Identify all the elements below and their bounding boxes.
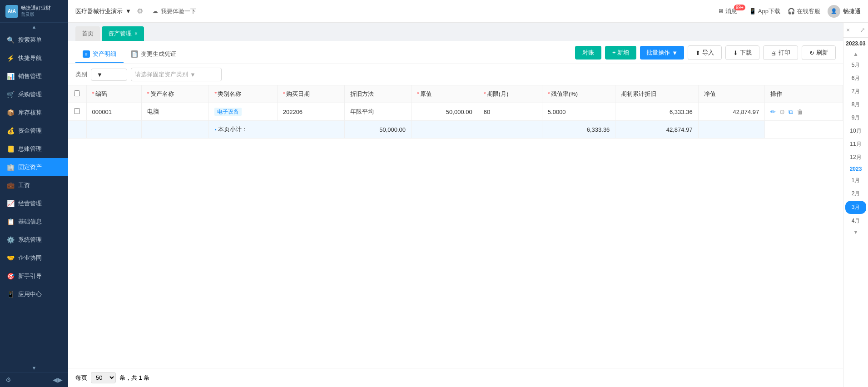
purchase-icon: 🛒 <box>6 90 15 99</box>
print-icon: 🖨 <box>771 50 777 56</box>
sidebar-label-guide: 新手引导 <box>18 272 42 280</box>
cell-accumulated-depreciation: 6,333.36 <box>615 103 698 121</box>
filter-category-input[interactable]: 请选择固定资产类别 ▼ <box>131 68 222 81</box>
app-logo: AtA 畅捷通好业财 普及版 <box>0 0 68 23</box>
print-button[interactable]: 🖨 打印 <box>763 45 798 60</box>
sidebar-item-enterprise[interactable]: 🤝 企业协同 <box>0 249 68 267</box>
download-button[interactable]: ⬇ 下载 <box>725 45 759 60</box>
month-9[interactable]: 9月 <box>843 111 868 124</box>
company-name: 医疗器械行业演示 <box>75 7 123 15</box>
settings-gear-icon[interactable]: ⚙ <box>137 7 143 15</box>
sidebar-item-operations[interactable]: 📈 经营管理 <box>0 194 68 213</box>
sidebar-item-appcenter[interactable]: 📱 应用中心 <box>0 285 68 303</box>
user-menu[interactable]: 👤 畅捷通 <box>828 5 861 18</box>
sidebar-label-fixedassets: 固定资产 <box>18 163 42 171</box>
collapse-icon[interactable]: ◀▶ <box>53 376 63 383</box>
month-12[interactable]: 12月 <box>843 151 868 164</box>
subtotal-empty5 <box>478 121 542 139</box>
month-1[interactable]: 1月 <box>843 174 868 187</box>
period-down-icon[interactable]: ▼ <box>843 228 868 237</box>
header-period: *期限(月) <box>478 85 542 103</box>
ledger-icon: 📒 <box>6 145 15 153</box>
search-icon: 🔍 <box>6 36 15 44</box>
select-all-checkbox[interactable] <box>74 90 80 96</box>
subtotal-row: ▪ 本页小计： 50,000.00 6,333.36 42,874.97 <box>68 121 843 139</box>
sidebar-label-purchase: 采购管理 <box>18 90 42 99</box>
header-residual-rate: *残值率(%) <box>542 85 615 103</box>
sub-tab-asset-detail[interactable]: ≡ 资产明细 <box>75 46 124 63</box>
import-button[interactable]: ⬆ 导入 <box>688 45 722 60</box>
tab-home[interactable]: 首页 <box>75 26 100 41</box>
per-page-select[interactable]: 50 100 200 <box>91 372 116 383</box>
basicinfo-icon: 📋 <box>6 218 15 226</box>
sidebar-scroll-down[interactable]: ▼ <box>0 364 68 372</box>
filter-category-select[interactable]: ▼ <box>91 69 127 81</box>
app-download-button[interactable]: 📱 App下载 <box>749 7 780 15</box>
right-panel-close-icon[interactable]: × <box>846 26 850 34</box>
sidebar-label-salary: 工资 <box>18 181 30 189</box>
sidebar-item-search[interactable]: 🔍 搜索菜单 <box>0 31 68 49</box>
refresh-button[interactable]: ↻ 刷新 <box>802 45 836 60</box>
subtotal-accumulated: 6,333.36 <box>542 121 615 139</box>
new-button[interactable]: + 新增 <box>605 46 636 60</box>
edit-icon[interactable]: ✏ <box>770 108 776 115</box>
salary-icon: 💼 <box>6 181 15 189</box>
cell-name: 电脑 <box>141 103 209 121</box>
online-service-button[interactable]: 🎧 在线客服 <box>788 7 820 15</box>
period-up-icon[interactable]: ▲ <box>843 50 868 59</box>
sidebar-item-basicinfo[interactable]: 📋 基础信息 <box>0 213 68 231</box>
messages-button[interactable]: 🖥 消息 99+ <box>718 7 742 15</box>
sidebar-item-quicknav[interactable]: ⚡ 快捷导航 <box>0 49 68 67</box>
tabs-bar: 首页 资产管理 × <box>68 23 843 41</box>
duplicate-icon[interactable]: ⧉ <box>789 108 793 116</box>
month-6[interactable]: 6月 <box>843 72 868 85</box>
month-7[interactable]: 7月 <box>843 85 868 98</box>
row-checkbox[interactable] <box>74 108 80 114</box>
filter-input-placeholder: 请选择固定资产类别 <box>135 70 188 79</box>
sidebar-item-inventory[interactable]: 📦 库存核算 <box>0 104 68 122</box>
delete-icon[interactable]: 🗑 <box>797 108 803 115</box>
month-2[interactable]: 2月 <box>843 187 868 200</box>
inventory-icon: 📦 <box>6 109 15 117</box>
copy-icon[interactable]: ⊙ <box>779 108 785 115</box>
sidebar-label-operations: 经营管理 <box>18 199 42 208</box>
topbar-right: 🖥 消息 99+ 📱 App下载 🎧 在线客服 👤 畅捷通 <box>718 5 861 18</box>
sidebar-label-inventory: 库存核算 <box>18 109 42 117</box>
month-4[interactable]: 4月 <box>843 214 868 228</box>
experience-label: 我要体验一下 <box>161 7 196 15</box>
sidebar-item-funds[interactable]: 💰 资金管理 <box>0 122 68 140</box>
sidebar-label-enterprise: 企业协同 <box>18 254 42 262</box>
tab-close-icon[interactable]: × <box>134 30 138 37</box>
sidebar-label-ledger: 总账管理 <box>18 145 42 153</box>
sidebar-item-sales[interactable]: 📊 销售管理 <box>0 67 68 85</box>
subtotal-label: ▪ 本页小计： <box>209 121 345 139</box>
month-10[interactable]: 10月 <box>843 124 868 138</box>
experience-link[interactable]: ☁ 我要体验一下 <box>152 7 196 15</box>
cell-residual-rate: 5.0000 <box>542 103 615 121</box>
operations-icon: 📈 <box>6 199 15 208</box>
sidebar-item-ledger[interactable]: 📒 总账管理 <box>0 140 68 158</box>
month-8[interactable]: 8月 <box>843 98 868 111</box>
import-icon: ⬆ <box>695 50 700 56</box>
settings-icon[interactable]: ⚙ <box>5 376 11 383</box>
month-5[interactable]: 5月 <box>843 59 868 72</box>
month-11[interactable]: 11月 <box>843 138 868 151</box>
sidebar-item-guide[interactable]: 🎯 新手引导 <box>0 267 68 285</box>
reconcile-button[interactable]: 对账 <box>575 46 601 60</box>
sidebar-item-sysmanage[interactable]: ⚙️ 系统管理 <box>0 231 68 249</box>
right-panel-expand-icon[interactable]: ⤢ <box>860 26 865 34</box>
sidebar-scroll-up[interactable]: ▲ <box>0 23 68 31</box>
sidebar-label-search: 搜索菜单 <box>18 36 42 44</box>
tab-asset-mgmt[interactable]: 资产管理 × <box>102 26 144 41</box>
sidebar-item-purchase[interactable]: 🛒 采购管理 <box>0 85 68 104</box>
company-selector[interactable]: 医疗器械行业演示 ▼ <box>75 7 131 15</box>
header-depreciation-method: 折旧方法 <box>345 85 412 103</box>
sub-tab-change-voucher[interactable]: 📄 变更生成凭证 <box>124 46 184 63</box>
batch-ops-button[interactable]: 批量操作 ▼ <box>640 46 684 60</box>
asset-table-container: *编码 *资产名称 *类别名称 *购买日期 <box>68 85 843 368</box>
cell-code: 000001 <box>86 103 141 121</box>
sidebar-item-fixedassets[interactable]: 🏢 固定资产 <box>0 158 68 176</box>
sidebar-item-salary[interactable]: 💼 工资 <box>0 176 68 194</box>
month-3-current[interactable]: 3月 <box>845 201 866 214</box>
refresh-icon: ↻ <box>809 50 814 56</box>
